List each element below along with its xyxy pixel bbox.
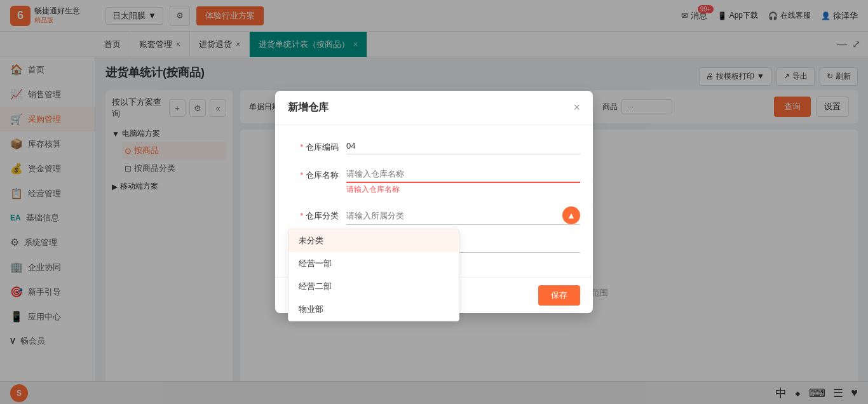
dropdown-item-dept1[interactable]: 经营一部	[288, 252, 459, 275]
name-input[interactable]	[346, 166, 580, 183]
dropdown-item-property[interactable]: 物业部	[288, 298, 459, 321]
classify-dropdown: 未分类 经营一部 经营二部 物业部	[288, 229, 459, 321]
classify-input-area: ▲ 未分类 经营一部 经营二部 物业部	[346, 206, 580, 225]
classify-input-row: ▲	[346, 206, 580, 225]
form-row-code: 仓库编码	[288, 138, 580, 154]
dialog-close-button[interactable]: ×	[573, 101, 580, 114]
modal-overlay: 新增仓库 × 仓库编码 仓库名称 请输入仓库名称 仓库分类	[0, 0, 868, 404]
classify-input[interactable]	[346, 208, 562, 224]
code-input[interactable]	[346, 138, 580, 154]
name-input-wrapper: 请输入仓库名称	[346, 166, 580, 195]
classify-label: 仓库分类	[288, 206, 339, 222]
dropdown-item-uncategorized[interactable]: 未分类	[288, 229, 459, 252]
dialog-add-warehouse: 新增仓库 × 仓库编码 仓库名称 请输入仓库名称 仓库分类	[275, 91, 593, 313]
code-label: 仓库编码	[288, 138, 339, 153]
dialog-header: 新增仓库 ×	[275, 91, 593, 125]
save-button[interactable]: 保存	[538, 285, 580, 306]
dialog-body: 仓库编码 仓库名称 请输入仓库名称 仓库分类 ▲	[275, 125, 593, 277]
form-row-classify: 仓库分类 ▲ 未分类 经营一部 经营二部 物业部	[288, 206, 580, 225]
name-label: 仓库名称	[288, 166, 339, 181]
dialog-title: 新增仓库	[288, 101, 329, 114]
form-row-name: 仓库名称 请输入仓库名称	[288, 166, 580, 195]
name-error-msg: 请输入仓库名称	[346, 184, 580, 195]
dropdown-item-dept2[interactable]: 经营二部	[288, 275, 459, 298]
code-input-wrapper	[346, 138, 580, 154]
classify-toggle-button[interactable]: ▲	[562, 206, 580, 224]
